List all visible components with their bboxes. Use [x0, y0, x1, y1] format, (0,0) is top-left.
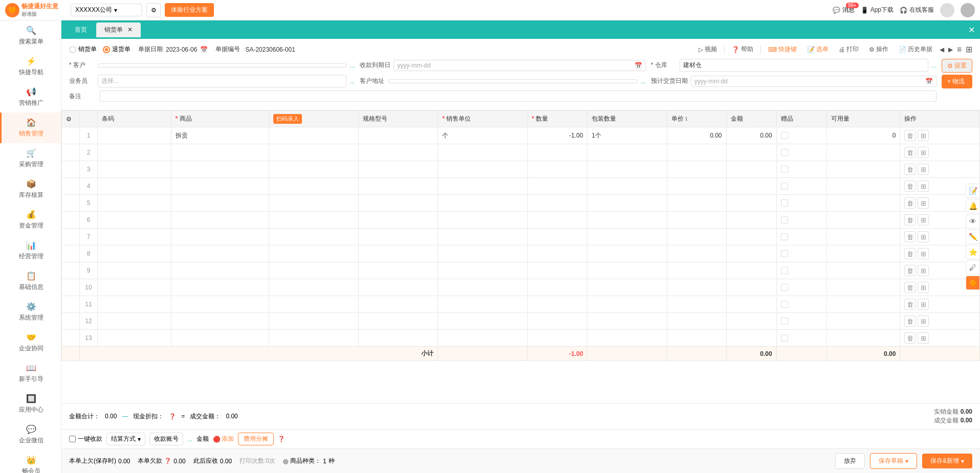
row-barcode-cell[interactable] [98, 313, 171, 330]
delete-row-icon[interactable]: 🗑 [904, 231, 916, 242]
row-price-cell[interactable] [667, 279, 726, 296]
row-pkg-cell[interactable] [587, 330, 667, 347]
row-price-cell[interactable] [667, 212, 726, 229]
row-qty-cell[interactable] [528, 245, 587, 262]
delete-row-icon[interactable]: 🗑 [904, 282, 916, 293]
video-btn[interactable]: ▷ 视频 [695, 44, 720, 55]
row-barcode-cell[interactable] [98, 229, 171, 245]
delete-row-icon[interactable]: 🗑 [904, 265, 916, 276]
copy-row-icon[interactable]: ⊞ [918, 299, 929, 310]
sidebar-item-operations[interactable]: 📊 经营管理 [0, 235, 61, 266]
operation-btn[interactable]: ⚙ 操作 [866, 44, 891, 55]
row-amount-cell[interactable] [726, 296, 776, 313]
row-barcode-cell[interactable] [98, 195, 171, 212]
sidebar-item-quicknav[interactable]: ⚡ 快捷导航 [0, 51, 61, 82]
receipt-date-input[interactable]: yyyy-mm-dd 📅 [394, 60, 645, 71]
copy-row-icon[interactable]: ⊞ [918, 164, 929, 175]
price-info-icon[interactable]: ℹ [685, 116, 687, 122]
message-button[interactable]: 💬 消息 99+ [833, 6, 855, 14]
row-amount-cell[interactable] [726, 262, 776, 279]
row-qty-cell[interactable] [528, 178, 587, 195]
row-pkg-cell[interactable] [587, 262, 667, 279]
gift-checkbox[interactable] [781, 199, 788, 207]
row-spec-cell[interactable] [358, 279, 438, 296]
discard-button[interactable]: 放弃 [835, 453, 865, 469]
row-price-cell[interactable] [667, 195, 726, 212]
row-amount-cell[interactable] [726, 178, 776, 195]
sidebar-item-base[interactable]: 📋 基础信息 [0, 266, 61, 297]
nav-next-icon[interactable]: ▶ [948, 46, 953, 53]
row-unit-cell[interactable] [438, 313, 528, 330]
row-barcode-cell[interactable] [98, 262, 171, 279]
delete-row-icon[interactable]: 🗑 [904, 181, 916, 192]
row-unit-cell[interactable] [438, 178, 528, 195]
copy-row-icon[interactable]: ⊞ [918, 282, 929, 293]
row-goods-cell[interactable] [171, 212, 269, 229]
delete-row-icon[interactable]: 🗑 [904, 130, 916, 141]
draft-button[interactable]: 保存草稿 ▾ [870, 453, 917, 469]
avatar[interactable] [940, 3, 954, 17]
settings-side-btn[interactable]: ⚙ 设置 [942, 59, 972, 73]
address-input[interactable] [388, 79, 637, 83]
logistics-btn[interactable]: + 物流 [942, 75, 972, 88]
sidebar-item-wechat[interactable]: 💬 企业微信 [0, 419, 61, 450]
row-barcode-cell[interactable] [98, 279, 171, 296]
col-header-settings[interactable]: ⚙ [62, 111, 80, 127]
copy-row-icon[interactable]: ⊞ [918, 147, 929, 158]
gift-checkbox[interactable] [781, 132, 788, 139]
sidebar-item-inventory[interactable]: 📦 库存核算 [0, 174, 61, 205]
sidebar-item-apps[interactable]: 🔲 应用中心 [0, 389, 61, 419]
row-spec-cell[interactable] [358, 296, 438, 313]
remark-input[interactable] [100, 91, 937, 102]
radio-sales[interactable]: 销货单 [69, 45, 97, 54]
delete-row-icon[interactable]: 🗑 [904, 248, 916, 259]
row-goods-cell[interactable] [171, 279, 269, 296]
order-due-info-icon[interactable]: ❓ [164, 458, 171, 464]
history-btn[interactable]: 📄 历史单据 [896, 44, 935, 55]
right-panel-btn-3[interactable]: 👁 [966, 214, 980, 229]
one-click-payment-checkbox[interactable]: 一键收款 [69, 435, 102, 443]
row-unit-cell[interactable] [438, 229, 528, 245]
row-price-cell[interactable] [667, 330, 726, 347]
row-pkg-cell[interactable] [587, 296, 667, 313]
row-gift-cell[interactable] [776, 262, 826, 279]
delete-row-icon[interactable]: 🗑 [904, 164, 916, 175]
sidebar-item-guide[interactable]: 📖 新手引导 [0, 358, 61, 389]
col-header-scan[interactable]: 扫码录入 [269, 111, 359, 127]
right-panel-btn-6[interactable]: 🖊 [966, 260, 980, 275]
row-goods-cell[interactable] [171, 144, 269, 161]
row-qty-cell[interactable] [528, 161, 587, 178]
sidebar-item-marketing[interactable]: 📢 营销推广 [0, 82, 61, 112]
account-dots[interactable]: ... [187, 436, 192, 443]
row-pkg-cell[interactable] [587, 212, 667, 229]
gift-checkbox[interactable] [781, 250, 788, 257]
gift-checkbox[interactable] [781, 166, 788, 173]
payment-account-select[interactable]: 收款账号 [149, 433, 183, 445]
print-btn[interactable]: 🖨 打印 [836, 44, 862, 55]
row-gift-cell[interactable] [776, 313, 826, 330]
row-gift-cell[interactable] [776, 178, 826, 195]
row-goods-cell[interactable] [171, 262, 269, 279]
row-qty-cell[interactable] [528, 279, 587, 296]
gift-checkbox[interactable] [781, 334, 788, 342]
trial-button[interactable]: 体验行业方案 [165, 3, 214, 17]
tab-close-icon[interactable]: ✕ [127, 26, 133, 33]
row-spec-cell[interactable] [358, 212, 438, 229]
row-qty-cell[interactable] [528, 296, 587, 313]
copy-row-icon[interactable]: ⊞ [918, 332, 929, 344]
row-unit-cell[interactable] [438, 262, 528, 279]
copy-row-icon[interactable]: ⊞ [918, 214, 929, 226]
row-amount-cell[interactable] [726, 161, 776, 178]
delete-row-icon[interactable]: 🗑 [904, 147, 916, 158]
copy-row-icon[interactable]: ⊞ [918, 316, 929, 327]
sidebar-item-finance[interactable]: 💰 资金管理 [0, 205, 61, 235]
row-spec-cell[interactable] [358, 330, 438, 347]
gift-checkbox[interactable] [781, 267, 788, 274]
calc-method-select[interactable]: 结算方式 ▾ [106, 433, 145, 445]
gift-checkbox[interactable] [781, 233, 788, 240]
salesperson-dots[interactable]: ... [350, 78, 355, 85]
avatar-2[interactable] [961, 3, 975, 17]
address-dots[interactable]: ... [641, 78, 646, 85]
row-amount-cell[interactable] [726, 144, 776, 161]
row-barcode-cell[interactable] [98, 330, 171, 347]
